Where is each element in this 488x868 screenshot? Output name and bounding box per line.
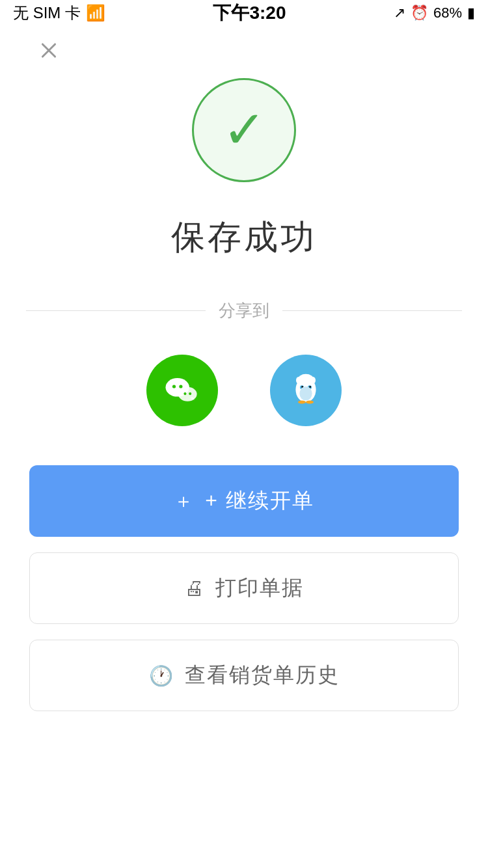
qq-share-button[interactable]: [270, 355, 342, 426]
svg-point-1: [178, 387, 197, 401]
history-button[interactable]: 🕐 查看销货单历史: [29, 640, 459, 711]
location-icon: ↗: [394, 5, 405, 21]
clock-icon: 🕐: [149, 664, 174, 687]
continue-button[interactable]: ＋ + 继续开单: [29, 465, 459, 537]
battery-icon: ▮: [467, 5, 475, 21]
main-content: ✓ 保存成功 分享到: [0, 26, 488, 711]
print-icon: 🖨: [184, 577, 205, 599]
alarm-icon: ⏰: [411, 5, 428, 21]
svg-point-17: [310, 377, 316, 384]
action-buttons: ＋ + 继续开单 🖨 打印单据 🕐 查看销货单历史: [29, 465, 459, 711]
divider-line-left: [26, 310, 206, 311]
svg-point-3: [179, 385, 182, 388]
svg-point-5: [189, 392, 191, 394]
status-time: 下午3:20: [213, 1, 286, 25]
qq-icon: [286, 371, 325, 410]
success-title: 保存成功: [171, 215, 317, 260]
svg-point-14: [306, 401, 314, 404]
share-divider: 分享到: [26, 299, 462, 322]
success-circle: ✓: [192, 78, 296, 182]
wifi-icon: 📶: [86, 4, 105, 22]
continue-label: + 继续开单: [205, 487, 314, 515]
battery-text: 68%: [433, 5, 462, 21]
svg-point-10: [309, 386, 311, 388]
svg-point-13: [298, 401, 306, 404]
status-bar: 无 SIM 卡 📶 下午3:20 ↗ ⏰ 68% ▮: [0, 0, 488, 26]
svg-point-16: [296, 377, 301, 384]
svg-point-4: [183, 392, 186, 394]
share-icons: [26, 355, 462, 426]
divider-line-right: [282, 310, 462, 311]
checkmark-icon: ✓: [223, 104, 266, 156]
svg-point-12: [299, 387, 312, 401]
share-label: 分享到: [219, 299, 269, 322]
wechat-share-button[interactable]: [146, 355, 218, 426]
close-button[interactable]: [33, 34, 65, 66]
plus-icon: ＋: [174, 488, 195, 515]
print-button[interactable]: 🖨 打印单据: [29, 552, 459, 624]
history-label: 查看销货单历史: [185, 661, 340, 690]
status-left: 无 SIM 卡 📶: [13, 3, 105, 23]
share-section: 分享到: [0, 299, 488, 426]
print-label: 打印单据: [215, 574, 304, 603]
no-sim-text: 无 SIM 卡: [13, 3, 81, 23]
wechat-icon: [161, 370, 204, 412]
status-right: ↗ ⏰ 68% ▮: [394, 5, 475, 21]
svg-point-2: [172, 385, 175, 388]
